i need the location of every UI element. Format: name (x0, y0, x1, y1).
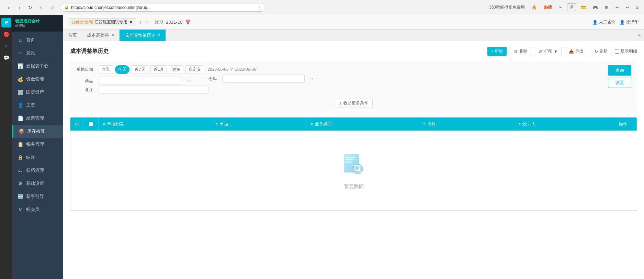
browser-tools: 360智能抠图免费用 🔥 热搜 ✂ 译 💳 🎮 ⊞ ☀ ↩ ≡ (487, 3, 641, 11)
custom-btn[interactable]: 自定义 (185, 65, 204, 74)
sidebar-item-close-accounts[interactable]: 🔒 结账 (12, 151, 63, 164)
delete-button[interactable]: 🗑 删除 (510, 47, 531, 56)
close-all-icon[interactable]: ✕ (637, 33, 641, 38)
sidebar-item-reports[interactable]: 📊 云报表中心 (12, 59, 63, 72)
tab-cost-adjust-history[interactable]: 成本调整单历史 ✕ (120, 30, 166, 41)
product-dots[interactable]: ··· (187, 78, 191, 84)
scissors-tool[interactable]: ✂ (557, 4, 564, 11)
svg-rect-1 (346, 157, 355, 158)
warehouse-input[interactable] (222, 75, 305, 83)
th-settings[interactable]: ⚙ (70, 118, 83, 131)
tab-cost-adjust-close[interactable]: ✕ (111, 33, 114, 37)
th-date[interactable]: ⇅ 单据日期 (99, 118, 211, 131)
collapse-button[interactable]: ∧ 收起更多条件 (335, 99, 373, 108)
funds-icon: 💰 (17, 76, 23, 82)
user-info[interactable]: 👤 徐泽华 (620, 19, 639, 25)
sidebar-item-invoice[interactable]: 📄 发票管理 (12, 112, 63, 125)
sidebar-item-fixed-assets[interactable]: 🏢 固定资产 (12, 86, 63, 99)
yesterday-btn[interactable]: 昨天 (99, 65, 113, 74)
1month-btn[interactable]: 近1月 (150, 65, 167, 74)
7days-btn[interactable]: 近7天 (132, 65, 148, 74)
add-icon[interactable]: + (139, 19, 142, 25)
th-operator[interactable]: ⇅ 经手人 (514, 118, 609, 131)
customer-service[interactable]: 👤 人工咨询 (592, 19, 615, 25)
rail-icon-1[interactable]: 🔴 (1, 30, 11, 39)
sidebar-item-label: 新手引导 (26, 193, 44, 200)
dropdown-arrow: ▼ (129, 20, 133, 25)
rail-icon-2[interactable]: ✓ (1, 41, 11, 51)
sidebar-item-salary[interactable]: 👤 工资 (12, 99, 63, 112)
th-operator-label: 经手人 (522, 121, 536, 127)
invoice-icon: 📄 (17, 115, 23, 121)
th-number[interactable]: ⇅ 单据... (211, 118, 306, 131)
sidebar: 畅捷通好会计 旗舰版 ⌂ 首页 ≡ 总账 📊 云报表中心 💰 资金管理 🏢 (12, 15, 63, 279)
logo-text: 畅捷通好会计 (15, 19, 40, 23)
home-button[interactable]: ⌂ (36, 3, 46, 12)
sidebar-item-funds[interactable]: 💰 资金管理 (12, 72, 63, 86)
th-warehouse[interactable]: ⇅ 仓库 (419, 118, 514, 131)
sidebar-item-label: 固定资产 (26, 89, 44, 95)
more-btn[interactable]: 更多 (169, 65, 183, 74)
username: 徐泽华 (626, 19, 639, 25)
forward-button[interactable]: › (14, 3, 24, 12)
date-filter-row: 单据日期 昨天 今天 近7天 近1月 更多 自定义 2023-06-06 至 2… (76, 65, 601, 74)
page-actions: + 新增 🗑 删除 🖨 打印 ▼ 📤 导出 ↻ (487, 47, 637, 56)
select-all-checkbox[interactable] (89, 122, 93, 126)
brightness-tool[interactable]: ☀ (613, 4, 621, 11)
settings-gear-icon[interactable]: ⚙ (145, 20, 149, 25)
tab-home[interactable]: 首页 (63, 30, 82, 41)
grid-tool[interactable]: ⊞ (603, 4, 610, 11)
hot-search-icon[interactable]: 🔥 (530, 4, 539, 11)
sidebar-item-general-ledger[interactable]: ≡ 总账 (12, 46, 63, 59)
translate-tool[interactable]: 译 (567, 3, 576, 11)
calendar-icon[interactable]: 📅 (185, 20, 191, 25)
period-label: 账期 (155, 19, 163, 25)
game-tool[interactable]: 🎮 (591, 4, 600, 11)
menu-tool[interactable]: ≡ (634, 4, 641, 11)
th-checkbox[interactable] (83, 118, 99, 131)
th-number-label: 单据... (219, 121, 232, 127)
hot-search-label: 热搜 (542, 4, 554, 11)
address-bar[interactable]: 🔒 https://cloud.chanjet.com/accounting/u… (60, 3, 266, 12)
ledger-icon: ≡ (17, 50, 23, 56)
member-icon: V (17, 207, 23, 212)
back-button[interactable]: ‹ (3, 3, 13, 12)
expand-icon: ⋮ (257, 5, 261, 10)
sidebar-item-member[interactable]: V 畅会员 (12, 203, 63, 216)
sidebar-item-guide[interactable]: 🆕 新手引导 (12, 190, 63, 203)
rail-icon-3[interactable]: 💬 (1, 53, 11, 63)
new-button[interactable]: + 新增 (487, 47, 507, 56)
tab-cost-adjust[interactable]: 成本调整单 ✕ (82, 30, 120, 41)
product-input[interactable] (99, 77, 181, 85)
rail-logo[interactable]: 好 (1, 18, 11, 27)
settings-gear-icon: ⚙ (75, 122, 79, 127)
empty-text: 暂无数据 (344, 183, 363, 190)
refresh-button[interactable]: ↻ (25, 3, 35, 12)
sidebar-item-inventory[interactable]: 📦 库存核算 (12, 125, 63, 138)
sidebar-item-basic-settings[interactable]: ⚙ 基础设置 (12, 177, 63, 190)
sidebar-item-archive[interactable]: 🗂 归档管理 (12, 164, 63, 177)
export-button[interactable]: 📤 导出 (565, 47, 587, 56)
collapse-icon: ∧ (339, 101, 342, 106)
query-button[interactable]: 查询 (608, 65, 631, 76)
sort-num-icon: ⇅ (215, 122, 218, 126)
print-dropdown-icon: ▼ (554, 49, 558, 54)
setting-button[interactable]: 设置 (608, 78, 631, 88)
tab-cost-adjust-history-close[interactable]: ✕ (158, 33, 161, 37)
star-button[interactable]: ☆ (47, 3, 57, 12)
wallet-tool[interactable]: 💳 (579, 4, 588, 11)
show-bright-checkbox[interactable]: 显示明细 (615, 48, 637, 54)
sidebar-item-tax[interactable]: 📋 税务管理 (12, 138, 63, 151)
warehouse-dots[interactable]: ··· (310, 76, 315, 82)
reports-icon: 📊 (17, 63, 23, 69)
show-bright-input[interactable] (615, 49, 619, 54)
today-btn[interactable]: 今天 (115, 65, 129, 74)
undo-tool[interactable]: ↩ (624, 4, 631, 11)
th-type[interactable]: ⇅ 业务类型 (306, 118, 419, 131)
print-button[interactable]: 🖨 打印 ▼ (535, 47, 562, 56)
search-tool[interactable]: 360智能抠图免费用 (487, 4, 527, 11)
refresh-button-page[interactable]: ↻ 刷新 (591, 47, 611, 56)
th-type-label: 业务类型 (315, 121, 332, 127)
sidebar-item-home[interactable]: ⌂ 首页 (12, 33, 63, 46)
note-input[interactable] (99, 86, 208, 94)
